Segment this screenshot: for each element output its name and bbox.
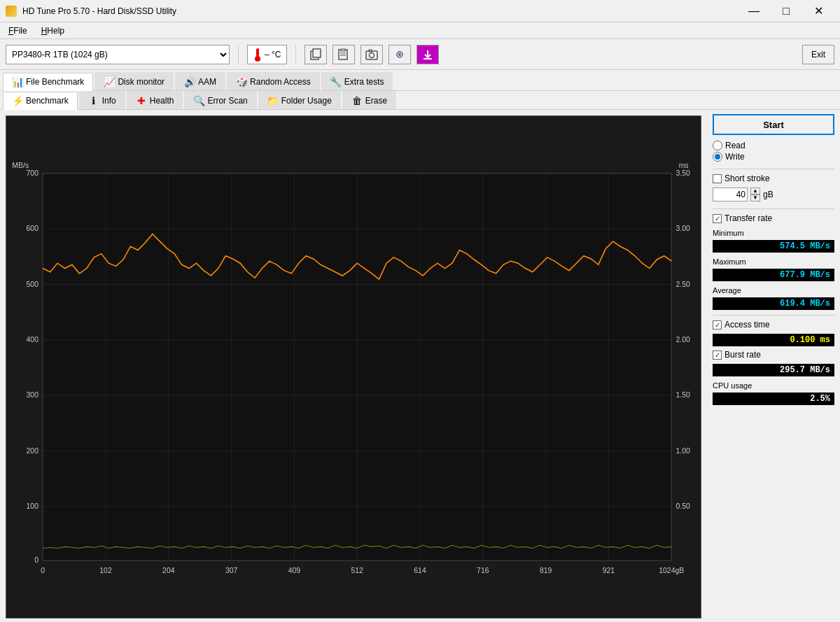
svg-text:2.50: 2.50: [676, 281, 690, 288]
mode-selector: Read Write: [713, 141, 834, 162]
svg-text:200: 200: [27, 447, 39, 455]
svg-text:1024gB: 1024gB: [659, 567, 684, 574]
read-radio-circle: [713, 141, 722, 150]
maximum-label: Maximum: [713, 257, 834, 266]
copy-button[interactable]: [304, 45, 327, 64]
benchmark-icon: ⚡: [12, 95, 23, 106]
short-stroke-spinner: ▲ ▼ gB: [713, 188, 834, 202]
download-button[interactable]: [416, 45, 439, 64]
divider-1: [713, 169, 834, 169]
short-stroke-checkbox-box: [713, 174, 722, 183]
tab-bar-bottom: ⚡ Benchmark ℹ Info ✚ Health 🔍 Error Scan…: [0, 91, 840, 110]
cpu-usage-value: 2.5%: [713, 393, 834, 405]
tab-info[interactable]: ℹ Info: [79, 91, 125, 109]
transfer-rate-checkbox[interactable]: Transfer rate: [713, 213, 834, 223]
tab-health[interactable]: ✚ Health: [127, 91, 183, 109]
tab-file-benchmark[interactable]: 📊 File Benchmark: [3, 73, 93, 91]
access-time-checkbox[interactable]: Access time: [713, 320, 834, 330]
svg-text:102: 102: [99, 567, 112, 574]
tab-bar-top: 📊 File Benchmark 📈 Disk monitor 🔊 AAM 🎲 …: [0, 70, 840, 91]
tab-error-scan[interactable]: 🔍 Error Scan: [184, 91, 256, 109]
svg-point-9: [370, 52, 374, 57]
short-stroke-checkbox[interactable]: Short stroke: [713, 174, 834, 183]
tab-aam[interactable]: 🔊 AAM: [175, 72, 225, 90]
access-time-value: 0.100 ms: [713, 334, 834, 346]
title-bar: HD Tune Pro 5.70 - Hard Disk/SSD Utility…: [0, 0, 840, 22]
svg-rect-0: [256, 48, 259, 57]
tab-random-access[interactable]: 🎲 Random Access: [227, 72, 320, 90]
minimum-label: Minimum: [713, 229, 834, 237]
tab-benchmark[interactable]: ⚡ Benchmark: [3, 92, 78, 110]
svg-point-12: [398, 53, 401, 56]
svg-text:ms: ms: [679, 162, 689, 169]
burst-rate-checkbox-box: [713, 351, 722, 360]
minimum-value: 574.5 MB/s: [713, 240, 834, 253]
exit-button[interactable]: Exit: [802, 45, 834, 64]
camera-button[interactable]: [360, 45, 383, 64]
average-value: 619.4 MB/s: [713, 297, 834, 310]
tab-folder-usage[interactable]: 📁 Folder Usage: [258, 91, 341, 109]
drive-selector[interactable]: PP3480-R 1TB (1024 gB): [6, 45, 230, 64]
svg-text:307: 307: [225, 567, 238, 574]
main-content: MB/s ms 7: [0, 110, 840, 622]
cpu-usage-label: CPU usage: [713, 381, 834, 390]
extra-tests-icon: 🔧: [330, 76, 342, 87]
maximize-button[interactable]: □: [770, 0, 802, 22]
spinner-up[interactable]: ▲: [750, 188, 760, 195]
help-menu[interactable]: HHelp: [38, 24, 67, 37]
svg-text:0: 0: [34, 556, 38, 564]
minimize-button[interactable]: —: [738, 0, 770, 22]
chart-area: MB/s ms 7: [6, 115, 701, 619]
svg-text:204: 204: [162, 567, 175, 574]
clipboard-icon: [337, 48, 350, 61]
camera-icon: [365, 48, 378, 61]
average-label: Average: [713, 286, 834, 295]
tab-erase[interactable]: 🗑 Erase: [342, 91, 396, 109]
svg-text:3.50: 3.50: [676, 169, 690, 177]
file-menu[interactable]: FFile: [6, 24, 30, 37]
tab-extra-tests[interactable]: 🔧 Extra tests: [321, 72, 393, 90]
svg-text:614: 614: [414, 567, 426, 574]
window-controls: — □ ✕: [738, 0, 834, 22]
burst-rate-value: 295.7 MB/s: [713, 364, 834, 376]
spinner-buttons: ▲ ▼: [750, 188, 760, 202]
write-radio-circle: [713, 152, 722, 162]
burst-rate-checkbox[interactable]: Burst rate: [713, 350, 834, 360]
svg-text:700: 700: [27, 169, 39, 177]
short-stroke-input[interactable]: [713, 188, 748, 202]
clipboard-button[interactable]: [332, 45, 355, 64]
svg-text:500: 500: [27, 281, 39, 288]
toolbar-separator-2: [295, 45, 296, 64]
maximum-value: 677.9 MB/s: [713, 269, 834, 281]
divider-3: [713, 315, 834, 316]
menu-bar: FFile HHelp: [0, 22, 840, 39]
thermometer-icon: [253, 48, 262, 62]
benchmark-chart: MB/s ms 7: [6, 116, 701, 618]
write-radio[interactable]: Write: [713, 152, 834, 162]
copy-icon: [309, 48, 322, 61]
svg-text:409: 409: [288, 567, 301, 574]
svg-text:0: 0: [41, 567, 45, 574]
divider-2: [713, 208, 834, 209]
svg-text:921: 921: [603, 567, 615, 574]
read-radio[interactable]: Read: [713, 141, 834, 150]
temperature-display: – °C: [247, 45, 287, 64]
spinner-down[interactable]: ▼: [750, 195, 760, 202]
svg-text:100: 100: [27, 502, 39, 510]
tab-disk-monitor[interactable]: 📈 Disk monitor: [94, 72, 174, 90]
svg-text:400: 400: [27, 336, 39, 344]
window-title: HD Tune Pro 5.70 - Hard Disk/SSD Utility: [22, 6, 176, 16]
toolbar-separator-1: [238, 45, 239, 64]
settings-button[interactable]: [388, 45, 411, 64]
info-icon: ℹ: [88, 95, 99, 106]
svg-rect-5: [341, 49, 345, 51]
folder-usage-icon: 📁: [267, 95, 279, 106]
svg-text:819: 819: [540, 567, 552, 574]
start-button[interactable]: Start: [713, 114, 834, 135]
close-button[interactable]: ✕: [802, 0, 834, 22]
svg-point-1: [255, 56, 260, 62]
svg-rect-3: [313, 49, 321, 57]
temperature-value: – °C: [265, 50, 281, 59]
svg-text:1.00: 1.00: [676, 447, 690, 455]
app-icon: [6, 6, 17, 17]
